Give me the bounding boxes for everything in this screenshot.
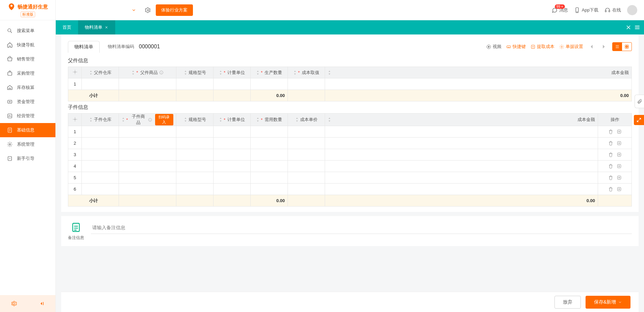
phone-icon (574, 7, 580, 13)
doc-tab[interactable]: 物料清单 (68, 41, 100, 53)
nav-item-6[interactable]: 经营管理 (0, 109, 55, 123)
cta-button[interactable]: 体验行业方案 (156, 4, 193, 16)
parent-col-amount[interactable]: 成本金额 (325, 67, 632, 78)
child-row[interactable]: 6 (68, 184, 632, 195)
menu-icon[interactable] (634, 24, 641, 31)
extract-cost-button[interactable]: 提取成本 (530, 44, 554, 50)
tab-home[interactable]: 首页 (56, 20, 78, 34)
doc-settings-button[interactable]: 单据设置 (559, 44, 583, 50)
money-icon (7, 99, 13, 105)
home-icon (7, 42, 13, 48)
child-col-gear[interactable] (68, 114, 82, 126)
company-settings-icon[interactable] (145, 7, 151, 13)
child-col-price[interactable]: 成本单价 (288, 114, 325, 126)
parent-col-unit[interactable]: *计量单位 (214, 67, 251, 78)
view-grid-button[interactable] (622, 43, 631, 51)
chevron-down-icon (618, 300, 622, 304)
info-icon[interactable] (148, 118, 152, 122)
settings-icon[interactable] (11, 301, 17, 307)
child-row[interactable]: 2 (68, 138, 632, 149)
svg-point-23 (74, 119, 76, 120)
search-icon (7, 28, 13, 34)
parent-col-costtype[interactable]: *成本取值 (288, 67, 325, 78)
add-row-icon[interactable] (617, 141, 622, 146)
sort-icon (89, 71, 93, 75)
add-row-icon[interactable] (617, 129, 622, 134)
nav-label: 快捷导航 (17, 42, 34, 48)
tabbar: 首页 物料清单 (56, 20, 644, 34)
parent-col-qty[interactable]: *生产数量 (251, 67, 288, 78)
child-col-spec[interactable]: 规格型号 (176, 114, 214, 126)
support-button[interactable]: 在线 (604, 7, 621, 13)
content: 物料清单 物料清单编码 0000001 视频 快捷键 (56, 34, 644, 312)
add-row-icon[interactable] (617, 187, 622, 192)
nav-item-1[interactable]: 快捷导航 (0, 38, 55, 52)
child-col-amount[interactable]: 成本金额 (325, 114, 598, 126)
attachment-button[interactable] (635, 95, 644, 108)
nav-item-5[interactable]: 资金管理 (0, 95, 55, 109)
fullscreen-button[interactable] (634, 115, 644, 125)
prev-record-icon[interactable] (588, 43, 595, 50)
collapse-icon[interactable] (39, 301, 45, 307)
delete-row-icon[interactable] (608, 152, 613, 157)
parent-col-warehouse[interactable]: 父件仓库 (82, 67, 119, 78)
delete-row-icon[interactable] (608, 187, 613, 192)
nav-item-0[interactable]: 搜索菜单 (0, 24, 55, 38)
sort-icon (328, 118, 331, 122)
nav-item-7[interactable]: 基础信息 (0, 123, 55, 137)
add-row-icon[interactable] (617, 152, 622, 157)
remark-label: 备注信息 (68, 235, 84, 241)
remark-input[interactable] (91, 221, 632, 234)
expand-icon (636, 117, 642, 123)
svg-rect-11 (605, 10, 606, 12)
discard-button[interactable]: 放弃 (554, 296, 581, 309)
svg-rect-18 (627, 45, 628, 46)
svg-point-21 (74, 71, 76, 73)
view-list-button[interactable] (613, 43, 622, 51)
child-row[interactable]: 1 (68, 126, 632, 138)
delete-row-icon[interactable] (608, 141, 613, 146)
add-row-icon[interactable] (617, 164, 622, 169)
nav-item-9[interactable]: 新手引导 (0, 151, 55, 166)
video-button[interactable]: 视频 (486, 44, 501, 50)
gear-icon (73, 70, 77, 74)
add-row-icon[interactable] (617, 175, 622, 180)
parent-col-gear[interactable] (68, 67, 82, 78)
child-row[interactable]: 3 (68, 149, 632, 161)
child-col-qty[interactable]: *需用数量 (251, 114, 288, 126)
info-icon[interactable] (159, 70, 164, 75)
parent-row[interactable]: 1 (68, 78, 632, 90)
save-button[interactable]: 保存&新增 (586, 296, 630, 309)
shortcut-button[interactable]: 快捷键 (506, 44, 526, 50)
child-row[interactable]: 4 (68, 161, 632, 172)
child-row[interactable]: 5 (68, 172, 632, 184)
nav-item-3[interactable]: 采购管理 (0, 66, 55, 80)
child-col-unit[interactable]: *计量单位 (214, 114, 251, 126)
close-icon[interactable] (104, 25, 108, 29)
avatar[interactable] (627, 5, 637, 15)
svg-rect-17 (625, 45, 626, 46)
svg-rect-2 (8, 100, 12, 103)
delete-row-icon[interactable] (608, 175, 613, 180)
header-right: 99 + 消息 App下载 在线 (551, 5, 637, 15)
nav-item-4[interactable]: 库存核算 (0, 80, 55, 95)
next-record-icon[interactable] (600, 43, 608, 50)
company-selector[interactable] (63, 5, 140, 15)
doc-code-label: 物料清单编码 (108, 44, 134, 50)
parent-col-spec[interactable]: 规格型号 (176, 67, 214, 78)
chevron-down-icon (131, 8, 136, 13)
child-col-product[interactable]: *子件商品扫码录入 (119, 114, 176, 126)
child-col-warehouse[interactable]: 子件仓库 (82, 114, 119, 126)
sort-icon (122, 118, 125, 122)
close-all-icon[interactable] (625, 24, 632, 31)
nav-item-2[interactable]: 销售管理 (0, 52, 55, 66)
nav-item-8[interactable]: 系统管理 (0, 137, 55, 151)
sort-icon (328, 71, 331, 75)
delete-row-icon[interactable] (608, 164, 613, 169)
parent-col-product[interactable]: *父件商品 (119, 67, 176, 78)
messages-button[interactable]: 99 + 消息 (551, 7, 568, 13)
scan-badge[interactable]: 扫码录入 (155, 114, 173, 125)
app-download-button[interactable]: App下载 (574, 7, 598, 13)
tab-bom[interactable]: 物料清单 (78, 20, 115, 34)
delete-row-icon[interactable] (608, 129, 613, 134)
